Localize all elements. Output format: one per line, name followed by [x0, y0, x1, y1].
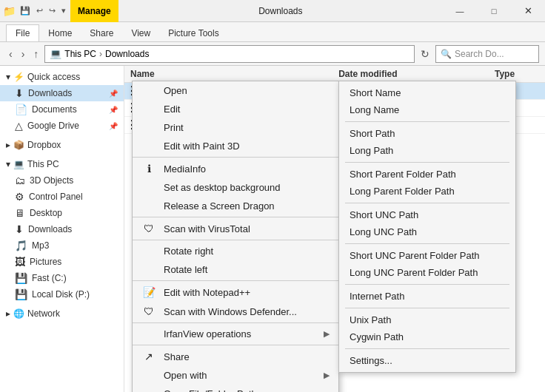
sidebar-item-desktop[interactable]: 🖥 Desktop — [0, 205, 124, 221]
ctx-irfanview[interactable]: IrfanView operations ▶ — [133, 325, 338, 343]
qat-undo[interactable]: ↩ — [35, 4, 44, 17]
submenu-long-path[interactable]: Long Path — [339, 142, 515, 159]
submenu-item-label: Long Path — [350, 145, 393, 156]
sidebar-item-3d-objects[interactable]: 🗂 3D Objects — [0, 172, 124, 189]
submenu-item-label: Short UNC Path — [350, 209, 418, 220]
refresh-button[interactable]: ↻ — [418, 47, 432, 61]
submenu-short-parent-folder-path[interactable]: Short Parent Folder Path — [339, 166, 515, 183]
submenu-short-path[interactable]: Short Path — [339, 125, 515, 142]
tab-view[interactable]: View — [122, 25, 159, 41]
ctx-separator — [133, 240, 338, 240]
submenu-settings[interactable]: Settings... — [339, 352, 515, 369]
sidebar-item-pictures[interactable]: 🖼 Pictures — [0, 254, 124, 270]
ctx-share[interactable]: ↗ Share — [133, 347, 338, 366]
sidebar-item-local-disk-p[interactable]: 💾 Local Disk (P:) — [0, 286, 124, 303]
ctx-arrow-icon: ▶ — [324, 371, 330, 380]
submenu-short-unc-parent-folder-path[interactable]: Short UNC Parent Folder Path — [339, 247, 515, 264]
ctx-mediainfo-label: MediaInfo — [164, 163, 206, 175]
submenu-item-label: Short Name — [350, 87, 401, 98]
qat-dropdown[interactable]: ▾ — [60, 4, 67, 17]
sidebar-item-downloads-pc[interactable]: ⬇ Downloads — [0, 221, 124, 237]
search-box[interactable]: 🔍 Search Do... — [435, 45, 539, 63]
submenu-cygwin-path[interactable]: Cygwin Path — [339, 328, 515, 345]
tab-home[interactable]: Home — [39, 25, 81, 41]
ctx-copy-file[interactable]: Copy File/Folder Path — [133, 385, 338, 392]
ctx-mediainfo[interactable]: ℹ MediaInfo — [133, 159, 338, 178]
tab-file[interactable]: File — [6, 24, 39, 41]
ctx-rotate-right[interactable]: Rotate right — [133, 242, 338, 260]
address-path[interactable]: 💻 This PC › Downloads — [44, 45, 415, 63]
submenu-separator — [345, 348, 509, 349]
manage-tab[interactable]: Manage — [70, 0, 118, 22]
submenu-item-label: Long Name — [350, 104, 399, 115]
sidebar-item-label: Desktop — [30, 208, 62, 218]
sidebar-section-network[interactable]: ▸ 🌐 Network — [0, 305, 124, 322]
close-button[interactable]: ✕ — [511, 0, 545, 22]
chevron-icon: ▾ — [6, 72, 10, 82]
ctx-scan-virus[interactable]: 🛡 Scan with VirusTotal — [133, 219, 338, 238]
ctx-paint3d-label: Edit with Paint 3D — [164, 141, 240, 152]
submenu-path-copy: Short Name Long Name Short Path Long Pat… — [338, 81, 516, 373]
ctx-rotate-left[interactable]: Rotate left — [133, 260, 338, 279]
submenu-long-unc-parent-folder-path[interactable]: Long UNC Parent Folder Path — [339, 264, 515, 281]
qat-save[interactable]: 💾 — [19, 4, 32, 17]
submenu-separator — [345, 308, 509, 308]
ctx-separator — [133, 322, 338, 323]
tab-share[interactable]: Share — [81, 25, 122, 41]
sidebar-item-google-drive[interactable]: △ Google Drive 📌 — [0, 118, 124, 134]
sidebar-section-dropbox[interactable]: ▸ 📦 Dropbox — [0, 137, 124, 153]
sidebar-item-fast-c[interactable]: 💾 Fast (C:) — [0, 270, 124, 286]
ctx-open-with[interactable]: Open with ▶ — [133, 366, 338, 385]
submenu-short-name[interactable]: Short Name — [339, 84, 515, 101]
sidebar-section-quick-access[interactable]: ▾ ⚡ Quick access — [0, 69, 124, 85]
sidebar-item-label: Fast (C:) — [32, 273, 67, 283]
ctx-edit-paint3d[interactable]: Edit with Paint 3D — [133, 137, 338, 155]
submenu-separator — [345, 162, 509, 163]
submenu-item-label: Internet Path — [350, 291, 404, 302]
submenu-internet-path[interactable]: Internet Path — [339, 288, 515, 305]
submenu-item-label: Long UNC Path — [350, 226, 417, 237]
search-icon: 🔍 — [441, 49, 452, 59]
ctx-set-desktop[interactable]: Set as desktop background — [133, 178, 338, 197]
ctx-edit[interactable]: Edit — [133, 100, 338, 118]
ctx-release-dragon[interactable]: Release a Screen Dragon — [133, 197, 338, 215]
downloads-pc-icon: ⬇ — [15, 223, 24, 235]
maximize-button[interactable]: □ — [477, 0, 511, 22]
chevron-icon: ▾ — [6, 159, 10, 169]
ctx-separator — [133, 345, 338, 345]
ctx-mediainfo-icon: ℹ — [141, 163, 156, 175]
tab-picture-tools[interactable]: Picture Tools — [159, 25, 227, 41]
submenu-separator — [345, 203, 509, 203]
submenu-long-unc-path[interactable]: Long UNC Path — [339, 223, 515, 240]
submenu-unix-path[interactable]: Unix Path — [339, 311, 515, 328]
ctx-open[interactable]: Open — [133, 81, 338, 100]
sidebar-item-label: Local Disk (P:) — [32, 289, 90, 300]
ctx-edit-label: Edit — [164, 104, 180, 115]
submenu-item-label: Long Parent Folder Path — [350, 186, 455, 197]
desktop-icon: 🖥 — [15, 207, 25, 219]
ctx-print[interactable]: Print — [133, 118, 338, 137]
sidebar-section-this-pc[interactable]: ▾ 💻 This PC — [0, 156, 124, 172]
submenu-item-label: Settings... — [350, 355, 392, 366]
submenu-long-parent-folder-path[interactable]: Long Parent Folder Path — [339, 183, 515, 200]
ctx-notepad[interactable]: 📝 Edit with Notepad++ — [133, 283, 338, 302]
chevron-icon: ▸ — [6, 308, 10, 319]
address-bar: ‹ › ↑ 💻 This PC › Downloads ↻ 🔍 Search D… — [0, 42, 545, 66]
minimize-button[interactable]: — — [443, 0, 477, 22]
ctx-defender[interactable]: 🛡 Scan with Windows Defender... — [133, 302, 338, 321]
sidebar-item-documents[interactable]: 📄 Documents 📌 — [0, 101, 124, 118]
sidebar-item-control-panel[interactable]: ⚙ Control Panel — [0, 189, 124, 205]
forward-button[interactable]: › — [19, 47, 28, 61]
control-panel-icon: ⚙ — [15, 191, 24, 203]
submenu-short-unc-path[interactable]: Short UNC Path — [339, 206, 515, 223]
back-button[interactable]: ‹ — [6, 47, 16, 61]
ctx-virus-label: Scan with VirusTotal — [164, 223, 250, 234]
up-button[interactable]: ↑ — [30, 47, 41, 61]
ribbon: File Home Share View Picture Tools — [0, 22, 545, 42]
sidebar: ▾ ⚡ Quick access ⬇ Downloads 📌 📄 Documen… — [0, 66, 124, 392]
ctx-copy-file-label: Copy File/Folder Path — [164, 388, 257, 392]
sidebar-item-mp3[interactable]: 🎵 Mp3 — [0, 237, 124, 254]
sidebar-item-downloads[interactable]: ⬇ Downloads 📌 — [0, 85, 124, 101]
qat-redo[interactable]: ↪ — [47, 4, 57, 17]
submenu-long-name[interactable]: Long Name — [339, 101, 515, 118]
